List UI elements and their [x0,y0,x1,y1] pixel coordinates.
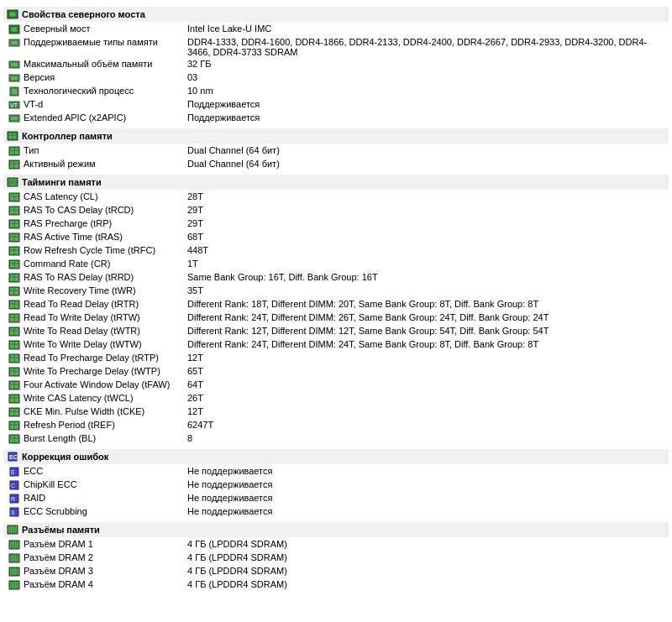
value-twcl: 26T [187,393,665,403]
ecc-section: ECC Коррекция ошибок E ECC Не поддержива… [3,449,669,519]
svg-rect-9 [11,27,18,32]
svg-text:ECC: ECC [9,454,18,460]
label-cr: Command Rate (CR) [24,259,187,269]
row-twtw: Write To Write Delay (tWTW) Different Ra… [3,338,669,352]
row-icon-active-mode [8,159,20,170]
value-cr: 1T [187,259,665,269]
row-dram4: Разъём DRAM 4 4 ГБ (LPDDR4 SDRAM) [3,578,669,592]
value-mem-types: DDR4-1333, DDR4-1600, DDR4-1866, DDR4-21… [187,37,665,57]
value-max-mem: 32 ГБ [187,59,665,69]
row-icon-mem-types [8,37,20,49]
svg-text:E: E [11,469,15,475]
row-raid: R RAID Не поддерживается [3,492,669,505]
row-icon-trfc [8,245,20,257]
label-twtw: Write To Write Delay (tWTW) [24,339,187,349]
row-icon-twr [8,285,20,297]
row-mem-types: Поддерживаемые типы памяти DDR4-1333, DD… [3,36,669,58]
value-trtr: Different Rank: 18T, Different DIMM: 20T… [187,299,665,309]
value-twtw: Different Rank: 24T, Different DIMM: 24T… [187,339,665,349]
value-tcke: 12T [187,406,665,416]
memory-controller-icon [7,130,18,142]
memory-controller-header: Контроллер памяти [3,128,669,144]
label-apic: Extended APIC (x2APIC) [24,112,187,123]
value-active-mode: Dual Channel (64 бит) [187,159,665,169]
row-icon-tras [8,232,20,243]
slots-title: Разъёмы памяти [22,525,100,535]
row-icon-dram3 [8,566,20,578]
northbridge-header: Свойства северного моста [3,7,669,22]
value-trcd: 29T [187,205,665,215]
label-dram3: Разъём DRAM 3 [24,566,187,576]
row-icon-twcl [8,393,20,405]
value-twr: 35T [187,285,665,295]
label-twcl: Write CAS Latency (tWCL) [24,393,187,403]
ecc-icon: ECC [7,451,18,463]
value-dram3: 4 ГБ (LPDDR4 SDRAM) [187,566,665,576]
label-raid: RAID [24,493,187,503]
row-twtp: Write To Precharge Delay (tWTP) 65T [3,365,669,379]
label-tfaw: Four Activate Window Delay (tFAW) [24,379,187,389]
row-icon-tech [8,86,20,97]
row-icon-mem-type [8,145,20,157]
value-tref: 6247T [187,420,665,430]
label-bl: Burst Length (BL) [24,433,187,443]
row-tras: RAS Active Time (tRAS) 68T [3,231,669,244]
label-cas: CAS Latency (CL) [24,191,187,201]
value-trp: 29T [187,218,665,228]
svg-rect-21 [11,117,18,120]
row-trtw: Read To Write Delay (tRTW) Different Ran… [3,311,669,325]
row-chipkill: C ChipKill ECC Не поддерживается [3,478,669,492]
label-ecc-scrub: ECC Scrubbing [24,506,187,516]
row-icon-dram4 [8,579,20,591]
row-icon-ecc: E [8,466,20,478]
row-icon-chipkill: C [8,479,20,491]
label-ecc: ECC [24,466,187,476]
row-icon-max-mem [8,59,20,71]
row-version: Версия 03 [3,71,669,85]
row-icon-trp [8,218,20,230]
row-apic: Extended APIC (x2APIC) Поддерживается [3,112,669,125]
row-trtr: Read To Read Delay (tRTR) Different Rank… [3,298,669,311]
row-icon-bl [8,433,20,445]
row-ecc-scrub: S ECC Scrubbing Не поддерживается [3,505,669,519]
label-twr: Write Recovery Time (tWR) [24,285,187,295]
timings-section: Тайминги памяти CAS Latency (CL) 28T RAS… [3,175,669,446]
value-trrd: Same Bank Group: 16T, Diff. Bank Group: … [187,272,665,282]
row-cr: Command Rate (CR) 1T [3,258,669,271]
value-ecc-scrub: Не поддерживается [187,506,665,516]
row-icon-trcd [8,205,20,217]
value-dram4: 4 ГБ (LPDDR4 SDRAM) [187,579,665,589]
value-vtd: Поддерживается [187,99,665,109]
value-tfaw: 64T [187,379,665,389]
label-mem-types: Поддерживаемые типы памяти [24,37,187,47]
row-tref: Refresh Period (tREF) 6247T [3,419,669,432]
slots-icon [7,524,18,536]
svg-text:S: S [11,510,15,515]
row-twcl: Write CAS Latency (tWCL) 26T [3,392,669,405]
value-northbridge: Intel Ice Lake-U IMC [187,24,665,34]
row-mem-type: Тип Dual Channel (64 бит) [3,144,669,158]
ecc-header: ECC Коррекция ошибок [3,449,669,464]
svg-rect-13 [11,63,18,66]
row-trfc: Row Refresh Cycle Time (tRFC) 448T [3,244,669,258]
svg-text:C: C [11,483,15,489]
label-dram4: Разъём DRAM 4 [24,579,187,589]
svg-rect-17 [12,89,17,94]
memory-controller-title: Контроллер памяти [22,131,113,141]
value-raid: Не поддерживается [187,493,665,503]
value-mem-type: Dual Channel (64 бит) [187,145,665,155]
row-tfaw: Four Activate Window Delay (tFAW) 64T [3,379,669,392]
row-icon-cr [8,259,20,270]
value-ecc: Не поддерживается [187,466,665,476]
row-icon-twtr [8,326,20,337]
row-trrd: RAS To RAS Delay (tRRD) Same Bank Group:… [3,271,669,285]
row-active-mode: Активный режим Dual Channel (64 бит) [3,158,669,171]
row-ecc: E ECC Не поддерживается [3,465,669,478]
value-tras: 68T [187,232,665,242]
value-tech: 10 nm [187,86,665,96]
label-tcke: CKE Min. Pulse Width (tCKE) [24,406,187,416]
value-apic: Поддерживается [187,112,665,123]
row-dram1: Разъём DRAM 1 4 ГБ (LPDDR4 SDRAM) [3,538,669,551]
row-cas: CAS Latency (CL) 28T [3,191,669,204]
row-tech: Технологический процесс 10 nm [3,85,669,98]
